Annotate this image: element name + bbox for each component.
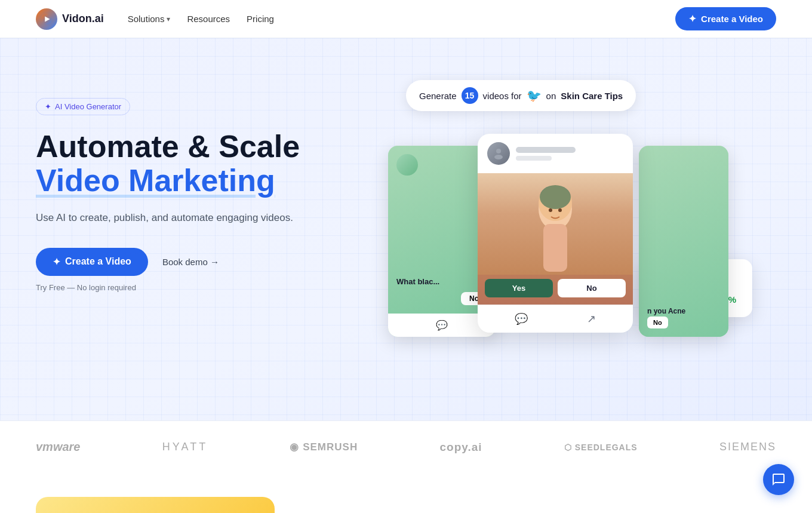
bottom-preview-card xyxy=(36,497,275,513)
brand-vmware: vmware xyxy=(36,440,81,454)
svg-point-8 xyxy=(549,208,552,212)
svg-rect-7 xyxy=(543,224,567,272)
hero-mockup: Generate 15 videos for 🐦 on Skin Care Ti… xyxy=(370,74,776,420)
brand-hyatt: HYATT xyxy=(162,441,208,453)
generate-count: 15 xyxy=(462,87,478,104)
comment-icon: 💬 xyxy=(436,320,448,331)
left-card-text: What blac... xyxy=(396,277,487,287)
left-card-no: No xyxy=(396,292,487,305)
nav-solutions[interactable]: Solutions ▾ xyxy=(128,14,171,24)
brand-siemens: SIEMENS xyxy=(719,441,776,453)
svg-point-3 xyxy=(494,155,503,159)
brand-seedlegals: ⬡ SEEDLEGALS xyxy=(564,443,638,452)
nav-links: Solutions ▾ Resources Pricing xyxy=(128,14,274,24)
logo-text: Vidon.ai xyxy=(62,13,104,25)
svg-point-2 xyxy=(496,149,501,153)
solutions-chevron-icon: ▾ xyxy=(167,15,170,23)
navbar-left: Vidon.ai Solutions ▾ Resources Pricing xyxy=(36,8,274,30)
card-right: n you Acne No xyxy=(639,146,728,337)
twitter-icon: 🐦 xyxy=(527,88,542,103)
poll-image-area: Is caffeine good for the skin? Yes No xyxy=(478,173,633,305)
logo[interactable]: Vidon.ai xyxy=(36,8,104,30)
card-footer: 💬 ↗ xyxy=(478,305,633,333)
badge-sparkle-icon: ✦ xyxy=(45,102,51,111)
right-card-no-btn: No xyxy=(647,317,668,328)
comment-footer-icon[interactable]: 💬 xyxy=(515,312,528,325)
poll-yes-button[interactable]: Yes xyxy=(485,279,553,297)
sparkle-icon: ✦ xyxy=(688,13,696,24)
right-card-text: n you Acne xyxy=(647,307,720,317)
hero-note: Try Free — No login required xyxy=(36,283,346,292)
hero-sparkle-icon: ✦ xyxy=(53,256,60,268)
brands-bar: vmware HYATT ◉ SEMRUSH copy.ai ⬡ SEEDLEG… xyxy=(0,420,812,473)
left-card-avatar xyxy=(396,154,418,176)
share-footer-icon[interactable]: ↗ xyxy=(587,312,596,325)
card-center: Is caffeine good for the skin? Yes No 💬 … xyxy=(478,134,633,333)
svg-point-6 xyxy=(540,185,571,209)
hero-subtitle: Use AI to create, publish, and automate … xyxy=(36,210,346,226)
card-header xyxy=(478,134,633,173)
svg-point-9 xyxy=(558,208,562,212)
poll-no-button[interactable]: No xyxy=(558,279,626,297)
chat-button[interactable] xyxy=(763,464,794,495)
poll-buttons: Yes No xyxy=(478,279,633,305)
hero-actions: ✦ Create a Video Book demo → xyxy=(36,248,346,276)
navbar: Vidon.ai Solutions ▾ Resources Pricing ✦… xyxy=(0,0,812,38)
hero-create-button[interactable]: ✦ Create a Video xyxy=(36,248,148,276)
bottom-section xyxy=(0,473,812,513)
right-card-content: n you Acne No xyxy=(639,146,728,337)
brand-semrush: ◉ SEMRUSH xyxy=(290,441,358,453)
hero-section: ✦ AI Video Generator Automate & Scale Vi… xyxy=(0,38,812,420)
hero-left: ✦ AI Video Generator Automate & Scale Vi… xyxy=(36,74,346,292)
card-name-lines xyxy=(516,147,576,161)
card-avatar xyxy=(487,142,510,165)
brand-copyai: copy.ai xyxy=(439,441,482,454)
nav-pricing[interactable]: Pricing xyxy=(247,14,274,24)
nav-create-button[interactable]: ✦ Create a Video xyxy=(675,7,776,30)
hero-title-line2: Video Marketing xyxy=(36,164,346,198)
hero-title-line1: Automate & Scale xyxy=(36,130,346,164)
generate-pill: Generate 15 videos for 🐦 on Skin Care Ti… xyxy=(406,80,636,111)
hero-demo-link[interactable]: Book demo → xyxy=(162,257,219,267)
person-face xyxy=(478,173,633,275)
generate-topic: Skin Care Tips xyxy=(561,91,623,101)
logo-icon xyxy=(36,8,57,30)
nav-resources[interactable]: Resources xyxy=(187,14,230,24)
hero-badge: ✦ AI Video Generator xyxy=(36,98,130,115)
poll-person-image xyxy=(478,173,633,275)
